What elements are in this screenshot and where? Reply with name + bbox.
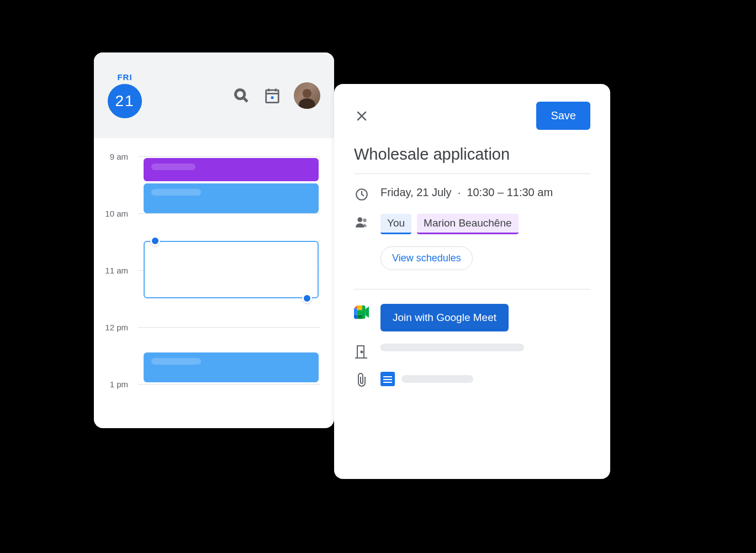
event-title[interactable]: Wholesale application <box>354 145 590 174</box>
room-icon <box>354 344 369 359</box>
guest-chip-you[interactable]: You <box>380 214 411 234</box>
time-selection-box[interactable] <box>144 241 319 298</box>
close-icon[interactable] <box>354 108 369 124</box>
guests-row: You Marion Beauchêne <box>354 214 590 234</box>
date-badge[interactable]: FRI 21 <box>108 72 142 118</box>
svg-rect-11 <box>354 308 357 314</box>
drag-handle-end[interactable] <box>302 293 312 303</box>
guest-chip[interactable]: Marion Beauchêne <box>417 214 519 234</box>
avatar[interactable] <box>294 82 320 109</box>
event-datetime: Friday, 21 July · 10:30 – 11:30 am <box>380 186 553 199</box>
room-placeholder <box>380 344 524 351</box>
grid-line <box>138 384 320 385</box>
time-label: 9 am <box>94 152 134 161</box>
svg-point-17 <box>361 351 363 353</box>
svg-rect-13 <box>357 315 362 319</box>
attachment-row[interactable] <box>354 371 590 387</box>
room-row[interactable] <box>354 344 590 359</box>
event-details-panel: Save Wholesale application Friday, 21 Ju… <box>334 84 610 479</box>
grid-line <box>138 213 320 214</box>
drag-handle-start[interactable] <box>150 236 160 246</box>
meet-row: Join with Google Meet <box>354 304 590 331</box>
calendar-timeline[interactable]: 9 am 10 am 11 am 12 pm 1 pm <box>94 138 334 428</box>
svg-rect-10 <box>357 306 362 310</box>
google-meet-icon <box>354 304 369 319</box>
time-label: 11 am <box>94 266 134 275</box>
time-label: 1 pm <box>94 380 134 389</box>
time-label: 10 am <box>94 209 134 218</box>
datetime-row[interactable]: Friday, 21 July · 10:30 – 11:30 am <box>354 186 590 202</box>
svg-point-8 <box>357 217 362 222</box>
event-title-placeholder <box>151 189 201 196</box>
calendar-event-block[interactable] <box>144 352 319 382</box>
day-of-week-label: FRI <box>117 72 132 82</box>
grid-line <box>138 327 320 328</box>
svg-point-6 <box>271 96 274 99</box>
attachment-icon <box>354 371 369 387</box>
calendar-header: FRI 21 <box>94 52 334 138</box>
calendar-event-block[interactable] <box>144 158 319 181</box>
join-meet-button[interactable]: Join with Google Meet <box>380 304 509 331</box>
today-icon[interactable] <box>263 86 282 105</box>
event-title-placeholder <box>151 358 201 365</box>
view-schedules-button[interactable]: View schedules <box>380 246 473 270</box>
calendar-day-view: FRI 21 9 am 10 am 11 am 12 pm 1 pm <box>94 52 334 428</box>
svg-rect-12 <box>357 310 362 314</box>
svg-point-9 <box>363 219 367 223</box>
time-label: 12 pm <box>94 323 134 332</box>
calendar-event-block[interactable] <box>144 183 319 213</box>
event-title-placeholder <box>151 164 195 170</box>
date-number: 21 <box>108 84 142 118</box>
grid-line <box>138 156 320 157</box>
docs-icon <box>380 372 395 386</box>
people-icon <box>354 214 369 229</box>
save-button[interactable]: Save <box>536 102 590 130</box>
attachment-placeholder <box>401 375 473 383</box>
clock-icon <box>354 186 369 202</box>
divider <box>354 289 590 289</box>
search-icon[interactable] <box>232 86 251 105</box>
